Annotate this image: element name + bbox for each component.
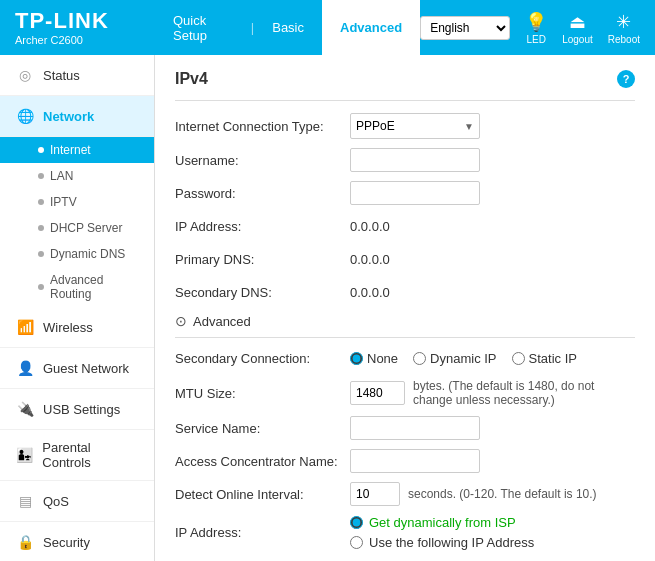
led-icon-button[interactable]: 💡 LED — [525, 11, 547, 45]
logo-model: Archer C2600 — [15, 34, 125, 46]
detect-interval-label: Detect Online Interval: — [175, 487, 350, 502]
secondary-dns-label: Secondary DNS: — [175, 285, 350, 300]
radio-dynamic-ip-label: Dynamic IP — [430, 351, 496, 366]
get-dynamically-label: Get dynamically from ISP — [369, 515, 516, 530]
username-label: Username: — [175, 153, 350, 168]
sidebar-item-guest-network[interactable]: 👤 Guest Network — [0, 348, 154, 389]
logo-area: TP-LINK Archer C2600 — [15, 10, 125, 46]
advanced-toggle-icon: ⊙ — [175, 313, 187, 329]
connection-type-select-wrap: PPPoE Dynamic IP Static IP L2TP PPTP ▼ — [350, 113, 480, 139]
sidebar-item-qos-label: QoS — [43, 494, 69, 509]
logo-tp: TP-LINK — [15, 10, 125, 32]
sidebar-item-network-label: Network — [43, 109, 94, 124]
network-icon: 🌐 — [15, 106, 35, 126]
radio-dynamic-ip[interactable]: Dynamic IP — [413, 351, 496, 366]
ip-radio-block: Get dynamically from ISP Use the followi… — [350, 515, 534, 550]
internet-dot — [38, 147, 44, 153]
reboot-button[interactable]: ✳ Reboot — [608, 11, 640, 45]
secondary-connection-label: Secondary Connection: — [175, 351, 350, 366]
sidebar-item-parental-controls[interactable]: 👨‍👧 Parental Controls — [0, 430, 154, 481]
sidebar-item-status[interactable]: ◎ Status — [0, 55, 154, 96]
row-secondary-connection: Secondary Connection: None Dynamic IP St… — [175, 346, 635, 370]
help-icon-button[interactable]: ? — [617, 70, 635, 88]
sidebar-sub-ddns-label: Dynamic DNS — [50, 247, 125, 261]
detect-interval-input[interactable] — [350, 482, 400, 506]
row-secondary-dns: Secondary DNS: 0.0.0.0 — [175, 280, 635, 304]
sidebar-sub-internet-label: Internet — [50, 143, 91, 157]
reboot-symbol: ✳ — [616, 11, 631, 33]
content-area: IPv4 ? Internet Connection Type: PPPoE D… — [155, 55, 655, 561]
radio-get-dynamically[interactable]: Get dynamically from ISP — [350, 515, 534, 530]
radio-use-following-ip[interactable]: Use the following IP Address — [350, 535, 534, 550]
row-mtu: MTU Size: bytes. (The default is 1480, d… — [175, 379, 635, 407]
sidebar: ◎ Status 🌐 Network Internet LAN IPTV DHC… — [0, 55, 155, 561]
row-password: Password: — [175, 181, 635, 205]
advanced-toggle-label: Advanced — [193, 314, 251, 329]
sidebar-sub-dhcp-label: DHCP Server — [50, 221, 122, 235]
logout-label: Logout — [562, 34, 593, 45]
username-input[interactable] — [350, 148, 480, 172]
section-title: IPv4 ? — [175, 70, 635, 88]
row-ip-dynamic: IP Address: Get dynamically from ISP Use… — [175, 515, 635, 550]
detect-interval-note: seconds. (0-120. The default is 10.) — [408, 487, 597, 501]
connection-type-select[interactable]: PPPoE Dynamic IP Static IP L2TP PPTP — [350, 113, 480, 139]
nav-advanced[interactable]: Advanced — [322, 0, 420, 55]
radio-none[interactable]: None — [350, 351, 398, 366]
primary-dns-value: 0.0.0.0 — [350, 252, 390, 267]
sidebar-sub-dhcp-server[interactable]: DHCP Server — [0, 215, 154, 241]
sidebar-item-usb-settings[interactable]: 🔌 USB Settings — [0, 389, 154, 430]
guest-network-icon: 👤 — [15, 358, 35, 378]
sidebar-sub-advanced-routing[interactable]: Advanced Routing — [0, 267, 154, 307]
sidebar-sub-adv-routing-label: Advanced Routing — [50, 273, 139, 301]
sidebar-item-network[interactable]: 🌐 Network — [0, 96, 154, 137]
sidebar-item-status-label: Status — [43, 68, 80, 83]
ip-address-value: 0.0.0.0 — [350, 219, 390, 234]
mtu-input[interactable] — [350, 381, 405, 405]
nav-quick-setup[interactable]: Quick Setup — [155, 0, 251, 55]
sidebar-item-qos[interactable]: ▤ QoS — [0, 481, 154, 522]
password-input[interactable] — [350, 181, 480, 205]
access-concentrator-input[interactable] — [350, 449, 480, 473]
sidebar-item-security[interactable]: 🔒 Security — [0, 522, 154, 561]
sidebar-sub-dynamic-dns[interactable]: Dynamic DNS — [0, 241, 154, 267]
sidebar-sub-lan[interactable]: LAN — [0, 163, 154, 189]
sidebar-sub-internet[interactable]: Internet — [0, 137, 154, 163]
nav-divider-1: | — [251, 20, 254, 35]
dhcp-dot — [38, 225, 44, 231]
sidebar-item-parental-label: Parental Controls — [42, 440, 139, 470]
sidebar-item-usb-label: USB Settings — [43, 402, 120, 417]
primary-dns-label: Primary DNS: — [175, 252, 350, 267]
service-name-label: Service Name: — [175, 421, 350, 436]
mtu-label: MTU Size: — [175, 386, 350, 401]
radio-static-ip[interactable]: Static IP — [512, 351, 577, 366]
sidebar-sub-iptv-label: IPTV — [50, 195, 77, 209]
mtu-note: bytes. (The default is 1480, do not chan… — [413, 379, 635, 407]
radio-static-ip-label: Static IP — [529, 351, 577, 366]
header: TP-LINK Archer C2600 Quick Setup | Basic… — [0, 0, 655, 55]
radio-use-following-ip-input[interactable] — [350, 536, 363, 549]
radio-static-ip-input[interactable] — [512, 352, 525, 365]
parental-icon: 👨‍👧 — [15, 445, 34, 465]
sidebar-item-wireless[interactable]: 📶 Wireless — [0, 307, 154, 348]
row-ip-address: IP Address: 0.0.0.0 — [175, 214, 635, 238]
logout-button[interactable]: ⏏ Logout — [562, 11, 593, 45]
service-name-input[interactable] — [350, 416, 480, 440]
connection-type-label: Internet Connection Type: — [175, 119, 350, 134]
sidebar-sub-iptv[interactable]: IPTV — [0, 189, 154, 215]
main-layout: ◎ Status 🌐 Network Internet LAN IPTV DHC… — [0, 55, 655, 561]
iptv-dot — [38, 199, 44, 205]
usb-icon: 🔌 — [15, 399, 35, 419]
row-detect-interval: Detect Online Interval: seconds. (0-120.… — [175, 482, 635, 506]
radio-dynamic-ip-input[interactable] — [413, 352, 426, 365]
password-label: Password: — [175, 186, 350, 201]
ddns-dot — [38, 251, 44, 257]
radio-get-dynamically-input[interactable] — [350, 516, 363, 529]
radio-none-input[interactable] — [350, 352, 363, 365]
row-primary-dns: Primary DNS: 0.0.0.0 — [175, 247, 635, 271]
language-select[interactable]: English — [420, 16, 510, 40]
row-username: Username: — [175, 148, 635, 172]
nav-basic[interactable]: Basic — [254, 0, 322, 55]
lan-dot — [38, 173, 44, 179]
advanced-toggle[interactable]: ⊙ Advanced — [175, 313, 635, 329]
ip-address-label2: IP Address: — [175, 525, 350, 540]
